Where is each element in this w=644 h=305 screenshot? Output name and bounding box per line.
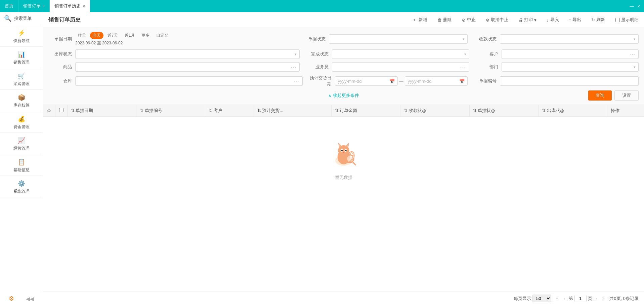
cancel-stop-icon: ⊗ <box>486 17 489 23</box>
sidebar-item-sys-mgmt[interactable]: ⚙️ 系统管理 <box>0 176 43 197</box>
delete-label: 删除 <box>443 17 452 23</box>
calendar-from-icon: 📅 <box>389 79 395 84</box>
table-header-row: ⚙ ⇅ 单据日期 ⇅ 单据编号 ⇅ 客户 <box>43 105 644 117</box>
col-customer-label: ⇅ 客户 <box>209 108 222 113</box>
print-button[interactable]: 🖨 打印 ▾ <box>515 15 540 24</box>
stop-button[interactable]: ⊘ 中止 <box>459 15 479 24</box>
collapse-button[interactable]: ∧ 收起更多条件 <box>328 91 359 100</box>
empty-illustration <box>327 137 360 170</box>
goods-dots-icon: ··· <box>291 64 297 70</box>
goods-input[interactable]: ··· <box>75 62 300 72</box>
expected-date-from[interactable]: yyyy-mm-dd 📅 <box>335 76 398 86</box>
data-table: ⚙ ⇅ 单据日期 ⇅ 单据编号 ⇅ 客户 <box>43 105 644 117</box>
export-button[interactable]: ↑ 导出 <box>566 15 585 24</box>
page-size-dropdown[interactable]: 20 50 100 <box>532 295 551 302</box>
empty-text: 暂无数据 <box>335 175 352 181</box>
payment-status-input[interactable]: ▾ <box>500 34 639 44</box>
sidebar-collapse-icon[interactable]: ◀◀ <box>26 296 34 302</box>
page-header: 销售订单历史 ＋ 新增 🗑 删除 ⊘ 中止 ⊗ 取消中止 <box>43 12 644 28</box>
sidebar-item-label-quick-nav: 快捷导航 <box>13 38 30 44</box>
date-chip-yesterday[interactable]: 昨天 <box>75 32 89 39</box>
order-no-label: 单据编号 <box>473 78 500 84</box>
col-payment-status-label: ⇅ 收款状态 <box>404 108 426 113</box>
order-status-input[interactable]: ▾ <box>329 34 468 44</box>
sidebar-item-label-search: 搜索菜单 <box>14 15 32 22</box>
page-size-select: 每页显示 20 50 100 <box>514 295 551 302</box>
tab-sales-order[interactable]: 销售订单 × <box>18 0 50 12</box>
delete-icon: 🗑 <box>437 17 442 23</box>
sidebar-item-label-inventory: 库存核算 <box>13 103 30 108</box>
sidebar-item-sales-mgmt[interactable]: 📊 销售管理 <box>0 47 43 68</box>
complete-status-arrow-icon: ▾ <box>464 52 466 56</box>
first-page-btn[interactable]: « <box>554 295 560 302</box>
col-checkbox[interactable] <box>55 105 67 117</box>
query-button[interactable]: 查询 <box>588 90 612 101</box>
display-checkbox[interactable] <box>615 18 620 22</box>
prev-page-btn[interactable]: ‹ <box>562 295 567 302</box>
dept-input[interactable]: ▾ <box>502 62 639 72</box>
col-date: ⇅ 单据日期 <box>67 105 136 117</box>
sidebar-item-search-menu[interactable]: 🔍 搜索菜单 <box>0 12 43 25</box>
warehouse-input[interactable]: ··· <box>75 76 303 86</box>
date-chip-custom[interactable]: 自定义 <box>154 32 171 39</box>
svg-point-10 <box>345 150 346 151</box>
sidebar-item-finance[interactable]: 💰 资金管理 <box>0 111 43 133</box>
sidebar-item-inventory[interactable]: 📦 库存核算 <box>0 90 43 111</box>
date-chip-1month[interactable]: 近1月 <box>122 32 138 39</box>
date-chip-today[interactable]: 今天 <box>90 32 103 39</box>
date-filter-label: 单据日期 <box>48 36 75 42</box>
settings-filter-button[interactable]: 设置 <box>614 90 639 101</box>
date-chip-more[interactable]: 更多 <box>139 32 152 39</box>
out-status-arrow-icon: ▾ <box>295 52 297 56</box>
close-btn[interactable]: × <box>637 4 640 9</box>
customer-input[interactable]: ··· <box>502 49 639 59</box>
date-chip-7days[interactable]: 近7天 <box>105 32 121 39</box>
sys-mgmt-icon: ⚙️ <box>18 180 25 187</box>
close-tab-sales-order[interactable]: × <box>43 4 45 8</box>
col-settings[interactable]: ⚙ <box>43 105 55 117</box>
select-all-checkbox[interactable] <box>59 108 63 112</box>
out-status-input[interactable]: ▾ <box>75 49 300 59</box>
col-amount: ⇅ 订单金额 <box>331 105 400 117</box>
sidebar-item-label-purchase: 采购管理 <box>13 81 30 87</box>
sidebar-settings-icon[interactable]: ⚙ <box>9 295 14 302</box>
sidebar-item-purchase-mgmt[interactable]: 🛒 采购管理 <box>0 68 43 90</box>
sales-mgmt-icon: 📊 <box>18 51 25 58</box>
display-toggle[interactable]: 显示明细 <box>615 17 639 23</box>
tab-sales-order-history[interactable]: 销售订单历史 × <box>50 0 90 12</box>
page-size-label: 每页显示 <box>514 296 531 302</box>
table-settings-icon[interactable]: ⚙ <box>47 108 51 113</box>
next-page-btn[interactable]: › <box>594 295 599 302</box>
last-page-btn[interactable]: » <box>600 295 607 302</box>
sidebar-item-base-info[interactable]: 📋 基础信息 <box>0 154 43 176</box>
new-label: 新增 <box>419 17 427 23</box>
close-tab-sales-order-history[interactable]: × <box>83 4 85 8</box>
base-info-icon: 📋 <box>18 158 25 166</box>
print-arrow-icon: ▾ <box>534 17 536 23</box>
expected-date-to[interactable]: yyyy-mm-dd 📅 <box>405 76 468 86</box>
table-footer: 每页显示 20 50 100 « ‹ 第 页 › » 共0页, 0条记录 <box>43 292 644 305</box>
complete-status-input[interactable]: ▾ <box>332 49 469 59</box>
col-expected-date-label: ⇅ 预计交货... <box>257 108 283 113</box>
pagination: « ‹ 第 页 › » <box>554 295 607 302</box>
delete-button[interactable]: 🗑 删除 <box>434 15 455 24</box>
sidebar-item-quick-nav[interactable]: ⚡ 快捷导航 <box>0 25 43 47</box>
col-expected-date: ⇅ 预计交货... <box>254 105 331 117</box>
order-no-input[interactable] <box>500 76 639 86</box>
new-button[interactable]: ＋ 新增 <box>409 15 431 24</box>
page-number-input[interactable] <box>574 295 587 302</box>
salesman-input[interactable]: ··· <box>332 62 469 72</box>
col-out-status: ⇅ 出库状态 <box>539 105 607 117</box>
export-icon: ↑ <box>569 17 571 23</box>
minimize-btn[interactable]: — <box>630 4 634 9</box>
table-area: ⚙ ⇅ 单据日期 ⇅ 单据编号 ⇅ 客户 <box>43 105 644 292</box>
sidebar-item-operations[interactable]: 📈 经营管理 <box>0 133 43 154</box>
tab-home[interactable]: 首页 <box>0 0 18 12</box>
import-button[interactable]: ↓ 导入 <box>543 15 562 24</box>
cancel-stop-button[interactable]: ⊗ 取消中止 <box>482 15 512 24</box>
operations-icon: 📈 <box>18 137 25 144</box>
import-label: 导入 <box>550 17 559 23</box>
col-order-status-label: ⇅ 单据状态 <box>473 108 496 113</box>
refresh-button[interactable]: ↻ 刷新 <box>588 15 608 24</box>
date-range: 2023-06-02 至 2023-06-02 <box>75 40 297 46</box>
